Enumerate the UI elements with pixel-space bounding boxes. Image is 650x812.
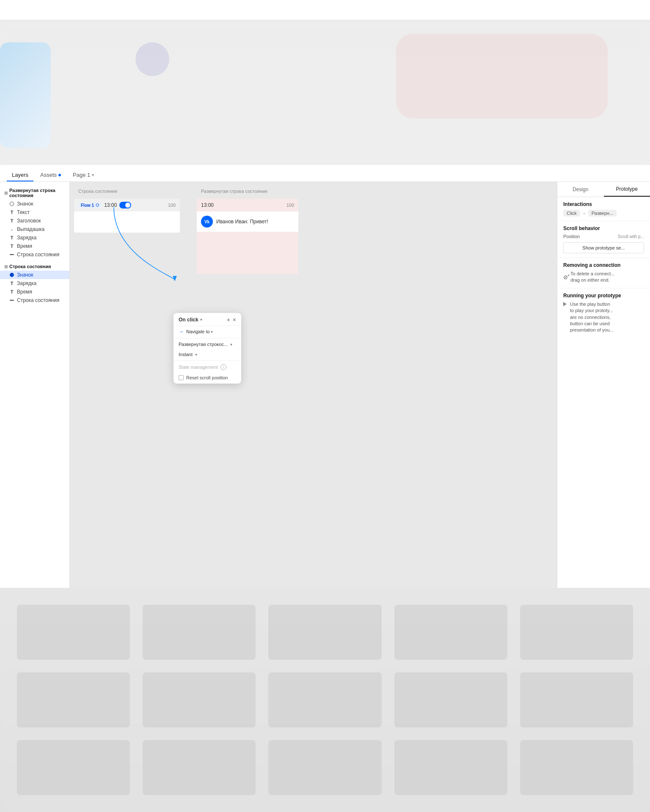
popup-destination-chevron-icon: ▾ bbox=[230, 342, 232, 347]
text-icon-1: T bbox=[9, 210, 14, 215]
popup-state-row: State management i bbox=[174, 362, 241, 373]
canvas-top-bar bbox=[0, 0, 650, 20]
message-text: Иванов Иван: Привет! bbox=[216, 219, 268, 225]
sidebar-item-1-1[interactable]: T Текст bbox=[0, 208, 69, 217]
info-icon: i bbox=[220, 364, 226, 370]
rp-removing-section: Removing a connection ⊘ × To delete a co… bbox=[557, 258, 650, 288]
rp-running-row: Use the play buttonto play your prototy.… bbox=[563, 301, 644, 334]
vk-label: Vk bbox=[204, 219, 209, 224]
sidebar-item-2-3[interactable]: Строка состояния bbox=[0, 296, 69, 304]
popup-navigate-label[interactable]: Navigate to ▾ bbox=[186, 329, 213, 334]
text-icon-5: T bbox=[9, 281, 14, 286]
circle-icon-1 bbox=[9, 201, 14, 206]
grid-icon-2: ⊞ bbox=[4, 264, 8, 269]
sidebar-item-2-2[interactable]: T Время bbox=[0, 288, 69, 296]
popup-close-btn[interactable]: × bbox=[233, 316, 236, 323]
frame-left-header: Flow 1 ⬡ 13:00 100 bbox=[74, 199, 180, 211]
sidebar-item-1-2[interactable]: T Заголовок bbox=[0, 217, 69, 225]
bottom-blob-14 bbox=[394, 740, 507, 795]
show-prototype-btn[interactable]: Show prototype se... bbox=[563, 242, 644, 253]
bottom-blob-7 bbox=[143, 672, 256, 727]
rp-removing-row: ⊘ × To delete a connect...drag on either… bbox=[563, 271, 644, 284]
sidebar-item-2-1[interactable]: T Зарядка bbox=[0, 279, 69, 288]
flow-badge-label: Flow 1 bbox=[81, 203, 94, 208]
sidebar-item-2-0[interactable]: Значок bbox=[0, 271, 69, 279]
rp-interactions-section: Interactions Click → Разверн... bbox=[557, 197, 650, 221]
sidebar-item-1-5[interactable]: T Время bbox=[0, 242, 69, 250]
chip-arrow-icon: → bbox=[582, 211, 587, 216]
bottom-items bbox=[0, 588, 650, 812]
frame-right-body bbox=[197, 232, 298, 274]
tab-page[interactable]: Page 1 ▾ bbox=[68, 169, 99, 181]
sidebar-item-1-5-label: Время bbox=[17, 243, 32, 249]
tab-assets[interactable]: Assets bbox=[35, 169, 66, 181]
text-icon-2: T bbox=[9, 218, 14, 223]
popup-navigate-text: Navigate to bbox=[186, 329, 210, 334]
interaction-chip[interactable]: Click → Разверн... bbox=[563, 210, 644, 217]
popup-title: On click ▾ bbox=[179, 317, 202, 323]
tab-layers[interactable]: Layers bbox=[7, 169, 33, 181]
sidebar-item-2-0-label: Значок bbox=[17, 272, 33, 278]
bottom-blob-11 bbox=[17, 740, 130, 795]
flow-badge: Flow 1 ⬡ bbox=[78, 203, 102, 208]
bottom-blob-15 bbox=[520, 740, 633, 795]
popup-state-label: State management bbox=[179, 365, 218, 370]
rp-running-text: Use the play buttonto play your prototy.… bbox=[570, 301, 614, 334]
sidebar-section-1-header: ⊞ Развернутая строка состояния bbox=[0, 185, 69, 200]
toggle-switch[interactable] bbox=[119, 202, 131, 208]
count-right: 100 bbox=[286, 203, 294, 208]
popup-actions: + × bbox=[227, 316, 236, 323]
sidebar-item-1-6[interactable]: Строка состояния bbox=[0, 250, 69, 259]
remove-x-icon: × bbox=[567, 273, 570, 277]
text-icon-4: T bbox=[9, 244, 14, 249]
tab-design[interactable]: Design bbox=[557, 182, 604, 197]
chip-trigger: Click bbox=[563, 210, 580, 217]
canvas-blue-blob bbox=[0, 42, 51, 148]
rp-interactions-title: Interactions bbox=[563, 201, 644, 207]
popup-navigate-chevron-icon: ▾ bbox=[211, 329, 213, 334]
popup-add-btn[interactable]: + bbox=[227, 316, 230, 323]
sidebar-section-1-title: Развернутая строка состояния bbox=[9, 188, 65, 198]
chip-dest: Разверн... bbox=[588, 210, 617, 217]
sidebar-item-1-0[interactable]: Значок bbox=[0, 200, 69, 208]
bottom-area bbox=[0, 588, 650, 812]
sidebar-item-1-6-label: Строка состояния bbox=[17, 252, 59, 258]
line-icon-1 bbox=[9, 252, 14, 257]
popup-destination-row[interactable]: Развернутая строкос... ▾ bbox=[174, 339, 241, 349]
popup-checkbox-row[interactable]: Reset scroll position bbox=[174, 373, 241, 384]
rp-scroll-row: Position Scroll with p... bbox=[563, 234, 644, 239]
bottom-blob-4 bbox=[394, 605, 507, 660]
circle-icon-2-selected bbox=[9, 272, 14, 277]
bottom-blob-9 bbox=[394, 672, 507, 727]
frame-right: 13:00 100 Vk Иванов Иван: Привет! bbox=[197, 199, 298, 266]
bottom-blob-3 bbox=[268, 605, 381, 660]
rp-scroll-position-label: Position bbox=[563, 234, 580, 239]
canvas-area bbox=[0, 0, 650, 165]
popup-transition-row[interactable]: Instant ▾ bbox=[174, 349, 241, 359]
frame-left-body bbox=[74, 211, 180, 233]
sidebar-item-1-2-label: Заголовок bbox=[17, 218, 41, 224]
popup-separator-1 bbox=[174, 338, 241, 338]
popup-navigate-row: → Navigate to ▾ bbox=[174, 326, 241, 337]
tab-bar: Layers Assets Page 1 ▾ bbox=[0, 165, 650, 182]
vk-avatar: Vk bbox=[201, 216, 213, 228]
page-chevron-icon: ▾ bbox=[92, 173, 94, 177]
reset-scroll-checkbox[interactable] bbox=[179, 375, 184, 380]
sidebar-item-1-3[interactable]: ⌄ Выпадашка bbox=[0, 225, 69, 233]
frame-left: Flow 1 ⬡ 13:00 100 bbox=[74, 199, 180, 233]
tab-prototype[interactable]: Prototype bbox=[604, 182, 650, 197]
bottom-blob-13 bbox=[268, 740, 381, 795]
play-icon bbox=[563, 302, 567, 306]
sidebar-item-1-0-label: Значок bbox=[17, 201, 33, 207]
canvas-pink-blob bbox=[396, 34, 608, 118]
reset-scroll-label: Reset scroll position bbox=[186, 375, 228, 380]
rp-scroll-value: Scroll with p... bbox=[618, 234, 644, 239]
sidebar-item-1-1-label: Текст bbox=[17, 209, 30, 215]
message-row: Vk Иванов Иван: Привет! bbox=[197, 211, 298, 232]
bottom-blob-2 bbox=[143, 605, 256, 660]
sidebar-item-1-4[interactable]: T Зарядка bbox=[0, 233, 69, 242]
right-panel-tabs: Design Prototype bbox=[557, 182, 650, 197]
popup-separator-2 bbox=[174, 360, 241, 361]
sidebar-section-2-header: ⊞ Строка состояния bbox=[0, 261, 69, 271]
bottom-blob-6 bbox=[17, 672, 130, 727]
